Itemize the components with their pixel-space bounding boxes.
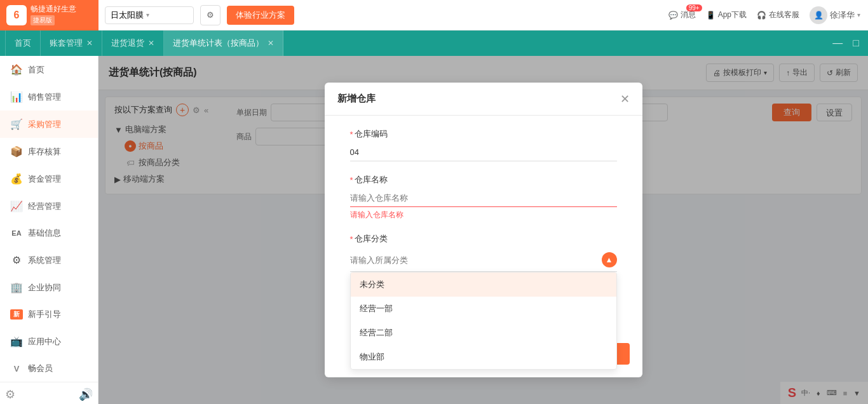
tab-purchase-return-close-icon[interactable]: ✕ <box>148 39 154 48</box>
main-layout: 🏠 首页 📊 销售管理 🛒 采购管理 📦 库存核算 💰 资金管理 📈 经营管理 … <box>0 56 868 404</box>
sidebar-item-inventory[interactable]: 📦 库存核算 <box>0 138 98 165</box>
sidebar-bottom: ⚙ 🔊 <box>0 382 98 404</box>
sidebar-label-inventory: 库存核算 <box>28 146 61 158</box>
tab-purchase-stats[interactable]: 进货单统计表（按商品） ✕ <box>164 30 283 56</box>
dialog-header: 新增仓库 ✕ <box>325 83 642 116</box>
sidebar-label-system: 系统管理 <box>28 255 61 266</box>
sidebar-label-home: 首页 <box>28 64 44 76</box>
sidebar: 🏠 首页 📊 销售管理 🛒 采购管理 📦 库存核算 💰 资金管理 📈 经营管理 … <box>0 56 98 404</box>
sidebar-item-enterprise[interactable]: 🏢 企业协同 <box>0 274 98 301</box>
tab-purchase-stats-label: 进货单统计表（按商品） <box>173 37 264 49</box>
sidebar-settings-button[interactable]: ⚙ <box>5 387 15 401</box>
sidebar-label-enterprise: 企业协同 <box>28 282 61 293</box>
settings-button[interactable]: ⚙ <box>200 5 220 25</box>
avatar: 👤 <box>810 6 827 24</box>
logo-text-block: 畅捷通好生意 捷易版 <box>31 4 76 26</box>
dropdown-item-uncategorized[interactable]: 未分类 <box>351 273 616 297</box>
sidebar-label-purchase: 采购管理 <box>28 119 61 130</box>
overlay: 新增仓库 ✕ * 仓库编码 04 <box>98 56 868 404</box>
sidebar-item-guide[interactable]: 新 新手引导 <box>0 301 98 328</box>
chevron-down-icon: ▾ <box>146 11 149 18</box>
tab-home-label: 首页 <box>15 37 31 49</box>
purchase-icon: 🛒 <box>10 118 23 130</box>
finance-icon: 💰 <box>10 173 23 185</box>
dropdown-item-property[interactable]: 物业部 <box>351 345 616 369</box>
message-button[interactable]: 💬 消息 99+ <box>668 10 696 20</box>
enterprise-icon: 🏢 <box>10 281 23 293</box>
tab-purchase-stats-close-icon[interactable]: ✕ <box>268 39 274 48</box>
warehouse-cat-input[interactable] <box>350 255 602 265</box>
warehouse-code-field: * 仓库编码 04 <box>350 128 617 161</box>
top-right: 💬 消息 99+ 📱 App下载 🎧 在线客服 👤 徐泽华 ▾ <box>668 6 860 24</box>
warehouse-cat-label: * 仓库分类 <box>350 233 617 245</box>
app-icon: 📺 <box>10 335 23 347</box>
sidebar-item-sales[interactable]: 📊 销售管理 <box>0 83 98 111</box>
app-download-button[interactable]: 📱 App下载 <box>706 10 747 20</box>
message-icon: 💬 <box>668 11 678 20</box>
logo-sub: 捷易版 <box>31 15 55 25</box>
top-bar: 6 畅捷通好生意 捷易版 日太阳膜 ▾ ⚙ 体验行业方案 💬 消息 99+ 📱 … <box>0 0 868 30</box>
content-area: 进货单统计(按商品) 🖨 按模板打印 ▾ ↑ 导出 ↺ 刷新 <box>98 56 868 404</box>
nav-tab-actions: — □ <box>829 35 863 51</box>
warehouse-name-input[interactable] <box>350 189 617 207</box>
sidebar-label-member: 畅会员 <box>28 363 53 374</box>
sidebar-label-sales: 销售管理 <box>28 91 61 103</box>
user-info[interactable]: 👤 徐泽华 ▾ <box>810 6 860 24</box>
tab-home[interactable]: 首页 <box>5 30 41 56</box>
tab-accounts-label: 账套管理 <box>50 37 83 49</box>
sidebar-item-operations[interactable]: 📈 经营管理 <box>0 192 98 220</box>
warehouse-name-field: * 仓库名称 请输入仓库名称 <box>350 174 617 220</box>
sales-icon: 📊 <box>10 91 23 103</box>
sidebar-label-app: 应用中心 <box>28 336 61 347</box>
dialog-body: * 仓库编码 04 * 仓库名称 请输入 <box>325 116 642 343</box>
sidebar-label-guide: 新手引导 <box>28 309 61 320</box>
tab-accounts-close-icon[interactable]: ✕ <box>86 39 93 48</box>
tab-purchase-return[interactable]: 进货退货 ✕ <box>102 30 164 56</box>
category-toggle-button[interactable]: ▲ <box>602 252 617 267</box>
trial-button[interactable]: 体验行业方案 <box>227 6 294 25</box>
sidebar-item-basic[interactable]: EA 基础信息 <box>0 220 98 246</box>
tab-purchase-return-label: 进货退货 <box>111 37 144 49</box>
gear-icon: ⚙ <box>207 10 214 20</box>
sidebar-item-purchase[interactable]: 🛒 采购管理 <box>0 111 98 138</box>
sidebar-item-member[interactable]: V 畅会员 <box>0 355 98 382</box>
category-dropdown: 未分类 经营一部 经营二部 物业部 <box>350 272 617 370</box>
sidebar-label-basic: 基础信息 <box>28 227 61 239</box>
tab-accounts[interactable]: 账套管理 ✕ <box>41 30 102 56</box>
add-warehouse-dialog: 新增仓库 ✕ * 仓库编码 04 <box>325 83 642 377</box>
guide-icon: 新 <box>10 309 23 320</box>
nav-minimize-button[interactable]: — <box>829 35 846 51</box>
logo-icon: 6 <box>6 5 27 25</box>
dialog-close-button[interactable]: ✕ <box>620 93 630 105</box>
basic-icon: EA <box>10 229 23 237</box>
dropdown-item-dept1[interactable]: 经营一部 <box>351 297 616 321</box>
home-icon: 🏠 <box>10 64 23 76</box>
warehouse-name-label: * 仓库名称 <box>350 174 617 185</box>
sidebar-item-finance[interactable]: 💰 资金管理 <box>0 165 98 192</box>
warehouse-name-error: 请输入仓库名称 <box>350 210 617 220</box>
operations-icon: 📈 <box>10 200 23 212</box>
sidebar-item-app[interactable]: 📺 应用中心 <box>0 328 98 355</box>
sidebar-sound-button[interactable]: 🔊 <box>79 387 93 401</box>
sidebar-item-home[interactable]: 🏠 首页 <box>0 56 98 83</box>
member-icon: V <box>10 364 23 374</box>
sidebar-label-operations: 经营管理 <box>28 201 61 212</box>
warehouse-cat-field: * 仓库分类 ▲ 未分类 经营一部 经营二部 物业部 <box>350 233 617 272</box>
online-service-button[interactable]: 🎧 在线客服 <box>757 10 799 20</box>
sidebar-label-finance: 资金管理 <box>28 173 61 185</box>
nav-maximize-button[interactable]: □ <box>849 35 863 51</box>
logo-title: 畅捷通好生意 <box>31 4 76 15</box>
user-chevron-icon: ▾ <box>857 11 860 18</box>
phone-icon: 📱 <box>706 11 715 20</box>
headset-icon: 🎧 <box>757 11 766 20</box>
system-icon: ⚙ <box>10 254 23 266</box>
message-badge: 99+ <box>686 4 702 11</box>
store-selector[interactable]: 日太阳膜 ▾ <box>105 6 194 24</box>
warehouse-cat-input-row: ▲ <box>350 248 617 272</box>
warehouse-code-value: 04 <box>350 147 359 157</box>
dropdown-item-dept2[interactable]: 经营二部 <box>351 321 616 345</box>
username: 徐泽华 <box>830 10 855 21</box>
sidebar-item-system[interactable]: ⚙ 系统管理 <box>0 246 98 274</box>
nav-tabs: 首页 账套管理 ✕ 进货退货 ✕ 进货单统计表（按商品） ✕ — □ <box>0 30 868 56</box>
dialog-title: 新增仓库 <box>337 93 376 105</box>
